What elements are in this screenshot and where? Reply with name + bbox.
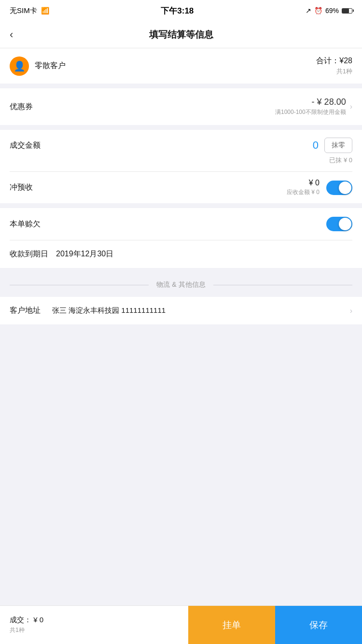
logistics-title: 物流 & 其他信息: [149, 280, 213, 289]
debit-toggle-knob: [339, 218, 351, 230]
coupon-label: 优惠券: [10, 102, 33, 112]
battery-icon: [342, 8, 352, 14]
customer-name: 零散客户: [35, 61, 66, 71]
alarm-icon: ⏰: [314, 7, 322, 14]
coupon-row[interactable]: 优惠券 - ¥ 28.00 满1000-100不限制使用金额 ›: [0, 88, 362, 125]
coupon-description: 满1000-100不限制使用金额: [275, 108, 346, 116]
bottom-deal: 成交： ¥ 0: [10, 616, 179, 625]
transaction-value-group: 0 抹零: [313, 138, 352, 153]
nav-bar: ‹ 填写结算等信息: [0, 21, 362, 48]
chevron-right-icon: ›: [350, 102, 352, 111]
debit-row: 本单赊欠: [0, 208, 362, 240]
round-button[interactable]: 抹零: [324, 138, 352, 153]
transaction-value: 0: [313, 139, 319, 152]
transaction-sub: 已抹 ¥ 0: [0, 156, 362, 171]
precharge-row: 冲预收 ¥ 0 应收金额 ¥ 0: [0, 172, 362, 203]
address-value: 张三 海淀永丰科技园 11111111111: [52, 306, 350, 315]
time-label: 下午3:18: [161, 5, 194, 16]
coupon-amount: - ¥ 28.00: [275, 97, 346, 107]
total-label: 合计：¥28: [316, 56, 352, 66]
total-count: 共1种: [316, 67, 352, 76]
customer-total: 合计：¥28 共1种: [316, 56, 352, 76]
avatar: 👤: [10, 56, 29, 76]
transaction-label: 成交金额: [10, 140, 41, 151]
coupon-section[interactable]: 优惠券 - ¥ 28.00 满1000-100不限制使用金额 ›: [0, 88, 362, 125]
address-row[interactable]: 客户地址 张三 海淀永丰科技园 11111111111 ›: [0, 297, 362, 324]
page-title: 填写结算等信息: [149, 28, 213, 41]
precharge-values: ¥ 0 应收金额 ¥ 0: [287, 179, 320, 196]
battery-percent: 69%: [325, 7, 339, 14]
save-button[interactable]: 保存: [275, 606, 362, 644]
customer-info: 👤 零散客户: [10, 56, 66, 76]
main-content: 👤 零散客户 合计：¥28 共1种 优惠券 - ¥ 28.00 满1000-10…: [0, 48, 362, 373]
duedate-label: 收款到期日: [10, 249, 48, 259]
transaction-row: 成交金额 0 抹零: [0, 130, 362, 156]
duedate-row: 收款到期日 2019年12月30日: [0, 240, 362, 268]
coupon-right: - ¥ 28.00 满1000-100不限制使用金额 ›: [275, 97, 352, 116]
address-section[interactable]: 客户地址 张三 海淀永丰科技园 11111111111 ›: [0, 297, 362, 324]
customer-row: 👤 零散客户 合计：¥28 共1种: [0, 48, 362, 84]
precharge-label: 冲预收: [10, 182, 33, 193]
wifi-icon: 📶: [41, 7, 49, 14]
status-bar: 无SIM卡 📶 下午3:18 ↗ ⏰ 69%: [0, 0, 362, 21]
debit-toggle[interactable]: [326, 217, 352, 231]
bottom-bar: 成交： ¥ 0 共1种 挂单 保存: [0, 605, 362, 644]
coupon-value: - ¥ 28.00 满1000-100不限制使用金额: [275, 97, 346, 116]
address-chevron-icon: ›: [350, 307, 352, 315]
sim-label: 无SIM卡: [10, 6, 37, 15]
status-right: ↗ ⏰ 69%: [306, 7, 352, 14]
toggle-knob: [339, 182, 351, 194]
address-label: 客户地址: [10, 306, 48, 316]
duedate-value: 2019年12月30日: [56, 249, 113, 259]
status-left: 无SIM卡 📶: [10, 6, 49, 15]
precharge-amount: ¥ 0: [287, 179, 320, 187]
debit-label: 本单赊欠: [10, 219, 41, 229]
transaction-section: 成交金额 0 抹零 已抹 ¥ 0 冲预收 ¥ 0 应收金额 ¥ 0: [0, 130, 362, 203]
bottom-count: 共1种: [10, 626, 179, 634]
back-button[interactable]: ‹: [10, 28, 13, 41]
bottom-info: 成交： ¥ 0 共1种: [0, 616, 188, 634]
precharge-sub: 应收金额 ¥ 0: [287, 188, 320, 196]
location-icon: ↗: [306, 7, 311, 14]
precharge-toggle[interactable]: [326, 181, 352, 195]
hold-button[interactable]: 挂单: [188, 606, 275, 644]
customer-section: 👤 零散客户 合计：¥28 共1种: [0, 48, 362, 84]
avatar-icon: 👤: [14, 60, 26, 72]
debit-section: 本单赊欠 收款到期日 2019年12月30日: [0, 208, 362, 268]
precharge-right: ¥ 0 应收金额 ¥ 0: [287, 179, 352, 196]
logistics-header: 物流 & 其他信息: [0, 273, 362, 297]
